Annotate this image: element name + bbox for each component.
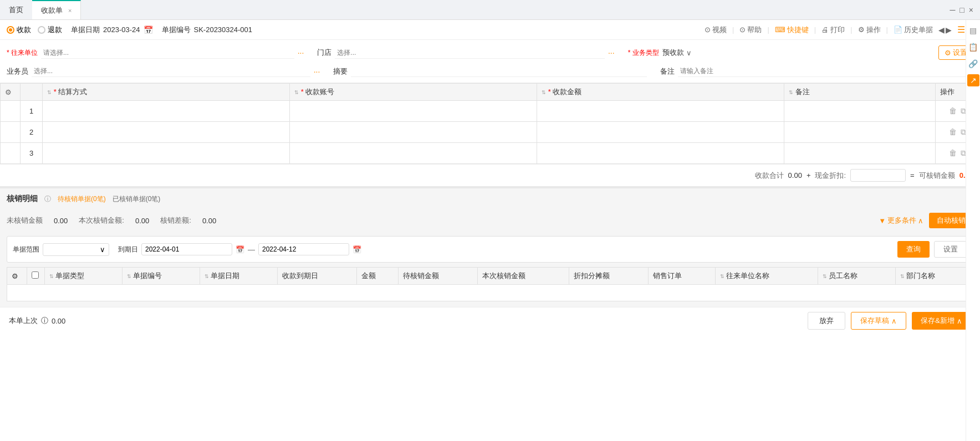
- section-info-icon[interactable]: ⓘ: [44, 194, 51, 204]
- diff-value: 0.00: [202, 217, 216, 225]
- store-more-btn[interactable]: ···: [608, 48, 615, 57]
- draft-btn-label: 保存草稿: [860, 316, 889, 326]
- range-select[interactable]: ∨: [43, 243, 109, 256]
- radio-refund[interactable]: 退款: [38, 25, 62, 35]
- rcol-staff: ⇅ 员工名称: [818, 268, 895, 285]
- divider1: |: [732, 25, 734, 34]
- rcol-gear[interactable]: ⚙: [7, 268, 27, 285]
- draft-btn-arrow: ∧: [891, 317, 897, 325]
- discount-input[interactable]: [850, 169, 906, 182]
- reconcile-settings-btn[interactable]: 设置: [934, 241, 967, 258]
- divider4: |: [850, 25, 852, 34]
- stats-right: ▼ 更多条件 ∧ 自动核销: [879, 213, 973, 228]
- row3-remark[interactable]: [784, 143, 936, 164]
- help-btn[interactable]: ⊙ 帮助: [739, 25, 762, 35]
- store-input[interactable]: [335, 47, 605, 59]
- partner-input[interactable]: [41, 47, 294, 59]
- prev-arrow[interactable]: ◀: [938, 25, 945, 34]
- tab-receipt-label: 收款单: [41, 6, 63, 16]
- due-date-end-input[interactable]: [258, 243, 349, 255]
- sidebar-table-icon[interactable]: ▤: [967, 24, 979, 37]
- done-tab[interactable]: 已核销单据(0笔): [113, 194, 161, 204]
- row1-num: 1: [21, 101, 43, 122]
- store-label: 门店: [317, 48, 331, 58]
- abandon-btn[interactable]: 放弃: [808, 312, 845, 330]
- row1-settle[interactable]: [43, 101, 290, 122]
- row3-settle[interactable]: [43, 143, 290, 164]
- list-view-icon[interactable]: ☰: [957, 24, 965, 35]
- pending-tab[interactable]: 待核销单据(0笔): [58, 194, 106, 204]
- help-icon: ⊙: [739, 25, 746, 34]
- last-info-icon[interactable]: ⓘ: [41, 316, 48, 326]
- biz-type-select[interactable]: 预收款 ∨: [662, 48, 692, 58]
- row3-delete-icon[interactable]: 🗑: [949, 148, 957, 157]
- last-label: 本单上次: [9, 316, 38, 326]
- row2-remark[interactable]: [784, 122, 936, 143]
- sidebar-expand-icon[interactable]: ↗: [967, 74, 979, 86]
- date-value[interactable]: 2023-03-24: [103, 25, 140, 34]
- toolbar: 收款 退款 单据日期 2023-03-24 📅 单据编号 SK-20230324…: [0, 20, 980, 40]
- rcol-gear-icon[interactable]: ⚙: [12, 272, 18, 280]
- save-new-btn[interactable]: 保存&新增 ∧: [912, 312, 971, 330]
- unreconciled-label: 未核销金额: [7, 216, 43, 225]
- row1-remark[interactable]: [784, 101, 936, 122]
- sidebar-doc-icon[interactable]: 📋: [967, 41, 979, 53]
- shortcut-btn[interactable]: ⌨ 快捷键: [775, 25, 809, 35]
- window-close-icon[interactable]: ×: [969, 6, 973, 14]
- table-gear-icon[interactable]: ⚙: [5, 88, 12, 96]
- biz-type-arrow[interactable]: ∨: [686, 49, 692, 57]
- video-label: 视频: [712, 25, 727, 35]
- row2-num: 2: [21, 122, 43, 143]
- sidebar-link-icon[interactable]: 🔗: [967, 58, 979, 70]
- tab-receipt[interactable]: 收款单 ×: [32, 0, 81, 19]
- row1-amount[interactable]: [537, 101, 784, 122]
- next-arrow[interactable]: ▶: [946, 25, 952, 34]
- col-settings[interactable]: ⚙: [1, 84, 21, 101]
- summary-input[interactable]: [351, 65, 646, 77]
- form-row-2: 业务员 ··· 摘要 备注: [7, 65, 973, 77]
- date-calendar-icon[interactable]: 📅: [144, 25, 153, 34]
- minimize-icon[interactable]: ─: [950, 6, 955, 14]
- more-conditions-btn[interactable]: ▼ 更多条件 ∧: [879, 216, 923, 225]
- due-date-start-input[interactable]: [141, 243, 232, 255]
- partner-more-btn[interactable]: ···: [298, 48, 304, 57]
- date-dash: —: [248, 245, 255, 254]
- row2-account[interactable]: [290, 122, 537, 143]
- staff-input[interactable]: [32, 65, 310, 77]
- unreconciled-value: 0.00: [54, 217, 68, 225]
- tab-close-icon[interactable]: ×: [68, 7, 72, 14]
- tab-home[interactable]: 首页: [0, 0, 32, 19]
- range-select-arrow: ∨: [100, 245, 105, 254]
- nav-arrows: ◀ ▶: [938, 25, 952, 34]
- radio-receive[interactable]: 收款: [7, 25, 31, 35]
- select-all-checkbox[interactable]: [32, 271, 39, 279]
- divider3: |: [814, 25, 816, 34]
- row2-delete-icon[interactable]: 🗑: [949, 127, 957, 136]
- divider5: |: [886, 25, 888, 34]
- row2-settle[interactable]: [43, 122, 290, 143]
- row2-amount[interactable]: [537, 122, 784, 143]
- draft-btn[interactable]: 保存草稿 ∧: [851, 312, 906, 330]
- rcol-amount: 金额: [356, 268, 398, 285]
- rcol-date: ⇅ 单据日期: [200, 268, 278, 285]
- query-btn[interactable]: 查询: [897, 241, 930, 258]
- staff-more-btn[interactable]: ···: [314, 67, 320, 76]
- due-date-filter: 到期日 📅 — 📅: [118, 243, 361, 255]
- operation-label: 操作: [866, 25, 881, 35]
- row3-amount[interactable]: [537, 143, 784, 164]
- current-reconcile-value: 0.00: [135, 217, 149, 225]
- history-btn[interactable]: 📄 历史单据: [894, 25, 933, 35]
- rcol-checkbox[interactable]: [27, 268, 45, 285]
- operation-btn[interactable]: ⚙ 操作: [858, 25, 881, 35]
- section-title-text: 核销明细: [7, 194, 38, 204]
- due-date-end-cal[interactable]: 📅: [353, 245, 361, 254]
- due-date-start-cal[interactable]: 📅: [236, 245, 244, 254]
- row1-delete-icon[interactable]: 🗑: [949, 106, 957, 115]
- video-btn[interactable]: ⊙ 视频: [705, 25, 727, 35]
- row3-account[interactable]: [290, 143, 537, 164]
- remark-input[interactable]: [678, 65, 973, 77]
- bill-no-value[interactable]: SK-20230324-001: [194, 25, 253, 34]
- print-btn[interactable]: 🖨 打印: [821, 25, 845, 35]
- maximize-icon[interactable]: □: [959, 6, 964, 14]
- row1-account[interactable]: [290, 101, 537, 122]
